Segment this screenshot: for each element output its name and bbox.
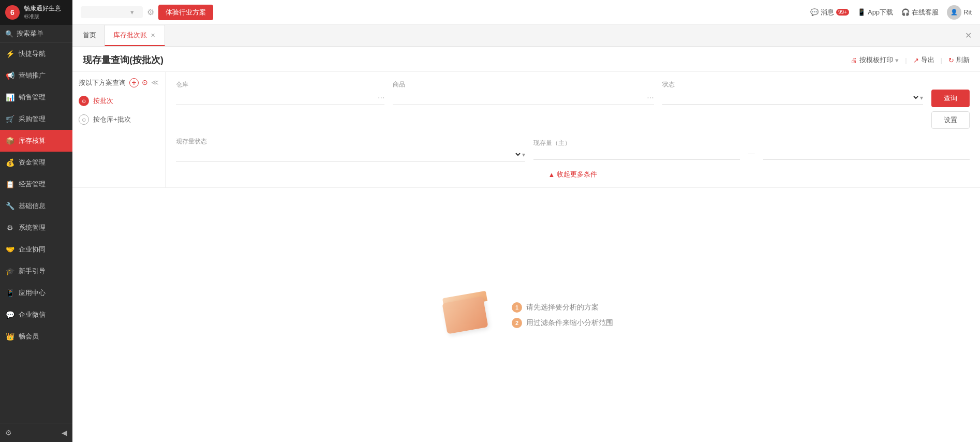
sidebar-item-apps[interactable]: 📱 应用中心 xyxy=(0,282,72,304)
tip-num-2: 2 xyxy=(512,318,522,328)
empty-state: 1 请先选择要分析的方案 2 用过滤条件来缩小分析范围 xyxy=(72,188,980,442)
member-icon: 👑 xyxy=(5,332,14,341)
inventory-qty-max-input[interactable] xyxy=(763,150,970,157)
scheme-by-batch[interactable]: ⊙ 按批次 xyxy=(72,92,165,110)
sidebar-item-label: 企业协同 xyxy=(19,245,46,254)
headset-icon: 🎧 xyxy=(901,8,910,16)
filter-row2: 现存量状态 ▾ 现存量（主） xyxy=(176,137,970,161)
sidebar: 6 畅康通好生意 标准版 🔍 搜索菜单 ⚡ 快捷导航 📢 营销推广 📊 销售管理… xyxy=(0,0,72,442)
app-download-btn[interactable]: 📱 App下载 xyxy=(857,8,893,17)
sidebar-footer: ⚙ ◀ xyxy=(0,423,72,442)
message-icon: 💬 xyxy=(810,8,819,16)
inventory-status-field: 现存量状态 ▾ xyxy=(176,137,525,161)
qty-range-dash: — xyxy=(744,150,759,157)
enterprise-icon: 🤝 xyxy=(5,245,14,254)
dropdown-arrow-icon[interactable]: ▾ xyxy=(130,8,134,16)
tab-home-label: 首页 xyxy=(83,31,96,40)
refresh-label: 刷新 xyxy=(956,55,970,65)
inventory-qty-min-area xyxy=(533,148,740,160)
warehouse-field: 仓库 ··· xyxy=(176,80,384,105)
filter-row1: 仓库 ··· 商品 ··· xyxy=(176,80,970,129)
box-body-shape xyxy=(442,296,488,334)
empty-tip-2: 2 用过滤条件来缩小分析范围 xyxy=(512,318,613,328)
tab-close-icon[interactable]: ✕ xyxy=(149,32,156,39)
warehouse-label: 仓库 xyxy=(176,80,384,89)
sidebar-item-member[interactable]: 👑 畅会员 xyxy=(0,326,72,347)
online-service-btn[interactable]: 🎧 在线客服 xyxy=(901,8,939,17)
warehouse-dots-icon[interactable]: ··· xyxy=(378,93,384,102)
close-all-btn[interactable]: ✕ xyxy=(959,32,978,40)
content-area: 现存量查询(按批次) 🖨 按模板打印 ▾ | ↗ 导出 | ↻ 刷新 xyxy=(72,47,980,442)
scheme-by-batch-icon: ⊙ xyxy=(79,96,89,106)
app-logo: 6 xyxy=(5,5,20,20)
sidebar-item-inventory[interactable]: 📦 库存核算 xyxy=(0,130,72,152)
messages-btn[interactable]: 💬 消息 99+ xyxy=(810,8,849,17)
collapse-filter-btn[interactable]: ▲ 收起更多条件 xyxy=(176,170,970,179)
export-label: 导出 xyxy=(921,55,934,65)
sidebar-item-guide[interactable]: 🎓 新手引导 xyxy=(0,260,72,282)
phone-icon: 📱 xyxy=(857,8,866,16)
sidebar-item-finance[interactable]: 💰 资金管理 xyxy=(0,152,72,173)
status-select[interactable] xyxy=(662,93,920,102)
product-dots-icon[interactable]: ··· xyxy=(647,93,654,102)
search-menu[interactable]: 🔍 搜索菜单 xyxy=(0,25,72,43)
user-menu[interactable]: 👤 Rit xyxy=(947,5,972,20)
filter-area: 按以下方案查询 + ⊙ ≪ ⊙ 按批次 ⊙ 按仓库+批次 xyxy=(72,72,980,188)
finance-icon: 💰 xyxy=(5,158,14,167)
search-icon: 🔍 xyxy=(5,30,13,38)
product-input[interactable] xyxy=(393,94,644,102)
sidebar-item-enterprise[interactable]: 🤝 企业协同 xyxy=(0,239,72,260)
divider1: | xyxy=(905,56,907,64)
empty-tip-1: 1 请先选择要分析的方案 xyxy=(512,302,613,313)
collapse-icon[interactable]: ≪ xyxy=(151,78,159,87)
status-arrow-icon: ▾ xyxy=(920,94,923,101)
topbar-search-area: ▾ xyxy=(81,6,143,18)
print-arrow-icon[interactable]: ▾ xyxy=(895,56,899,64)
status-field: 状态 ▾ xyxy=(662,80,923,105)
topbar-search-input[interactable] xyxy=(86,8,127,16)
product-input-area: ··· xyxy=(393,91,654,105)
sidebar-item-purchase[interactable]: 🛒 采购管理 xyxy=(0,108,72,130)
inventory-status-label: 现存量状态 xyxy=(176,137,525,146)
sidebar-item-label: 营销推广 xyxy=(19,71,46,80)
print-icon: 🖨 xyxy=(851,56,857,64)
marketing-icon: 📢 xyxy=(5,71,14,80)
sidebar-item-quick-nav[interactable]: ⚡ 快捷导航 xyxy=(0,43,72,65)
purchase-icon: 🛒 xyxy=(5,114,14,124)
settings-gear-icon[interactable]: ⚙ xyxy=(147,7,154,17)
inv-status-arrow-icon: ▾ xyxy=(522,151,525,158)
print-btn[interactable]: 🖨 按模板打印 ▾ xyxy=(851,55,899,65)
empty-illustration xyxy=(439,289,491,341)
inventory-status-select[interactable] xyxy=(176,150,522,159)
filter-sidebar-icons: + ⊙ ≪ xyxy=(129,78,159,87)
inventory-qty-min-input[interactable] xyxy=(533,150,740,157)
sidebar-nav: ⚡ 快捷导航 📢 营销推广 📊 销售管理 🛒 采购管理 📦 库存核算 💰 资金管… xyxy=(0,43,72,423)
experience-btn[interactable]: 体验行业方案 xyxy=(158,5,213,20)
warehouse-input[interactable] xyxy=(176,94,375,102)
sidebar-item-label: 企业微信 xyxy=(19,310,46,319)
config-scheme-icon[interactable]: ⊙ xyxy=(142,78,148,87)
add-scheme-icon[interactable]: + xyxy=(129,78,139,87)
query-button[interactable]: 查询 xyxy=(931,90,970,107)
status-select-area: ▾ xyxy=(662,91,923,105)
inventory-qty-max-area xyxy=(763,148,970,160)
inventory-status-select-area: ▾ xyxy=(176,148,525,161)
sidebar-item-marketing[interactable]: 📢 营销推广 xyxy=(0,65,72,86)
tab-inventory-batch[interactable]: 库存批次账 ✕ xyxy=(105,25,165,46)
scheme-by-warehouse-batch[interactable]: ⊙ 按仓库+批次 xyxy=(72,110,165,129)
sidebar-item-wechat[interactable]: 💬 企业微信 xyxy=(0,304,72,326)
sidebar-item-label: 快捷导航 xyxy=(19,49,46,58)
sidebar-item-label: 经营管理 xyxy=(19,180,46,189)
sidebar-item-sales[interactable]: 📊 销售管理 xyxy=(0,86,72,108)
sidebar-item-system[interactable]: ⚙ 系统管理 xyxy=(0,217,72,239)
collapse-sidebar-icon[interactable]: ◀ xyxy=(62,429,67,437)
sidebar-item-operations[interactable]: 📋 经营管理 xyxy=(0,173,72,195)
topbar-right: 💬 消息 99+ 📱 App下载 🎧 在线客服 👤 Rit xyxy=(810,5,972,20)
sidebar-item-basic[interactable]: 🔧 基础信息 xyxy=(0,195,72,217)
refresh-btn[interactable]: ↻ 刷新 xyxy=(948,55,970,65)
settings-button[interactable]: 设置 xyxy=(931,111,970,129)
settings-icon[interactable]: ⚙ xyxy=(5,429,12,437)
export-btn[interactable]: ↗ 导出 xyxy=(913,55,934,65)
tabbar: 首页 库存批次账 ✕ ✕ xyxy=(72,25,980,47)
tab-home[interactable]: 首页 xyxy=(75,25,105,46)
